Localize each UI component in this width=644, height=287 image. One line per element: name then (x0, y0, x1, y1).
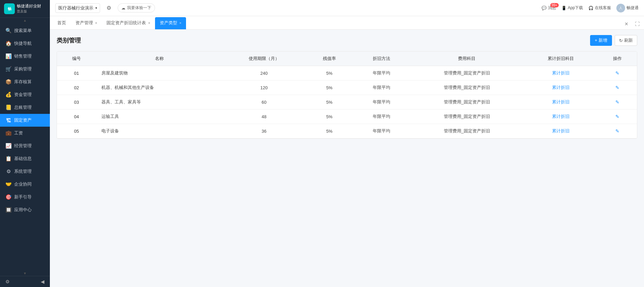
download-icon: 📱 (561, 6, 566, 10)
cell-action: ✎ (598, 81, 637, 95)
sidebar-item-search[interactable]: 🔍 搜索菜单 (0, 24, 50, 37)
tab-depreciation-table[interactable]: 固定资产折旧统计表 × (102, 17, 155, 29)
online-service-item[interactable]: 🎧 在线客服 (588, 5, 611, 11)
edit-icon[interactable]: ✎ (615, 85, 619, 90)
tab-expand-icon[interactable]: ⛶ (633, 20, 641, 28)
payroll-icon: 💼 (5, 130, 11, 136)
business-icon: 📈 (5, 143, 11, 149)
sidebar-item-inventory[interactable]: 📦 库存核算 (0, 75, 50, 88)
footer-collapse-icon[interactable]: ◀ (41, 279, 44, 284)
sidebar-item-label: 销售管理 (14, 53, 32, 59)
sidebar: 畅 畅捷通好业财 普及版 ▲ 🔍 搜索菜单 🏠 快捷导航 📊 销售管理 🛒 采购… (0, 0, 50, 287)
tab-close-all-icon[interactable]: ✕ (622, 20, 631, 28)
tab-asset-type[interactable]: 资产类型 × (155, 17, 186, 29)
service-icon: 🎧 (588, 6, 593, 10)
search-icon: 🔍 (5, 28, 11, 34)
sidebar-item-label: 采购管理 (14, 66, 32, 72)
edit-icon[interactable]: ✎ (615, 128, 619, 134)
topbar-settings-icon[interactable]: ⚙ (104, 3, 114, 13)
refresh-button[interactable]: ↻ 刷新 (615, 35, 637, 46)
cell-depreciation-method: 年限平均 (353, 95, 410, 109)
cell-depreciation-method: 年限平均 (353, 66, 410, 81)
sidebar-item-label: 搜索菜单 (14, 28, 32, 34)
experience-button[interactable]: ☁ 我要体验一下 (118, 3, 155, 12)
collab-icon: 🤝 (5, 181, 11, 187)
footer-settings-icon[interactable]: ⚙ (5, 279, 10, 284)
cell-depreciation-method: 年限平均 (353, 124, 410, 138)
sidebar-item-corp-collab[interactable]: 🤝 企业协同 (0, 178, 50, 191)
sidebar-scroll-down[interactable]: ▼ (0, 271, 50, 276)
messages-icon: 💬 (542, 6, 547, 10)
cell-name: 房屋及建筑物 (96, 66, 223, 81)
table-row: 03 器具、工具、家具等 60 5% 年限平均 管理费用_固定资产折旧 累计折旧… (57, 95, 637, 109)
cell-accumulated-subject[interactable]: 累计折旧 (524, 66, 598, 81)
tab-asset-type-close[interactable]: × (179, 21, 181, 25)
sidebar-item-base-info[interactable]: 📋 基础信息 (0, 152, 50, 165)
tab-depreciation-close[interactable]: × (148, 21, 150, 25)
col-accumulated-subject: 累计折旧科目 (524, 52, 598, 66)
app-logo-icon: 畅 (4, 3, 15, 14)
cell-name: 机器、机械和其他生产设备 (96, 81, 223, 95)
page-header: 类别管理 + 新增 ↻ 刷新 (57, 35, 637, 46)
sidebar-item-payroll[interactable]: 💼 工资 (0, 127, 50, 139)
cell-period: 60 (223, 95, 306, 109)
sidebar-item-label: 经营管理 (14, 143, 32, 149)
app-download-label: App下载 (568, 5, 583, 11)
refresh-label: 刷新 (624, 37, 633, 43)
cell-action: ✎ (598, 95, 637, 109)
cell-code: 02 (57, 81, 96, 95)
sidebar-item-business-mgmt[interactable]: 📈 经营管理 (0, 139, 50, 152)
cell-residual-rate: 5% (305, 109, 353, 124)
sidebar-item-label: 资金管理 (14, 92, 32, 98)
cell-code: 05 (57, 124, 96, 138)
tab-home[interactable]: 首页 (53, 17, 71, 29)
topbar: 医疗器械行业演示 ▾ ⚙ ☁ 我要体验一下 💬 消息 99+ 📱 App下载 🎧… (50, 0, 644, 16)
tab-asset-mgmt[interactable]: 资产管理 × (71, 17, 102, 29)
sidebar-item-label: 工资 (14, 130, 23, 136)
table-row: 01 房屋及建筑物 240 5% 年限平均 管理费用_固定资产折旧 累计折旧 ✎ (57, 66, 637, 81)
cell-period: 240 (223, 66, 306, 81)
refresh-icon: ↻ (619, 38, 623, 43)
sidebar-nav: 🔍 搜索菜单 🏠 快捷导航 📊 销售管理 🛒 采购管理 📦 库存核算 💰 资金管… (0, 23, 50, 271)
cell-residual-rate: 5% (305, 66, 353, 81)
sidebar-item-fixed-assets[interactable]: 🏗 固定资产 (0, 114, 50, 127)
user-item[interactable]: 人 畅捷通 (616, 4, 639, 12)
cell-accumulated-subject[interactable]: 累计折旧 (524, 81, 598, 95)
sidebar-item-label: 快捷导航 (14, 40, 32, 46)
sidebar-item-sales[interactable]: 📊 销售管理 (0, 50, 50, 63)
cell-accumulated-subject[interactable]: 累计折旧 (524, 124, 598, 138)
sidebar-item-label: 应用中心 (14, 207, 32, 213)
tab-home-label: 首页 (57, 20, 66, 26)
cell-expense-subject: 管理费用_固定资产折旧 (410, 124, 524, 138)
sidebar-item-purchase[interactable]: 🛒 采购管理 (0, 63, 50, 75)
edit-icon[interactable]: ✎ (615, 70, 619, 76)
messages-item[interactable]: 💬 消息 99+ (542, 5, 556, 11)
sales-icon: 📊 (5, 53, 11, 59)
cell-accumulated-subject[interactable]: 累计折旧 (524, 95, 598, 109)
edit-icon[interactable]: ✎ (615, 114, 619, 119)
fixed-assets-icon: 🏗 (5, 118, 11, 123)
app-download-item[interactable]: 📱 App下载 (561, 5, 583, 11)
cell-accumulated-subject[interactable]: 累计折旧 (524, 109, 598, 124)
sidebar-item-label: 基础信息 (14, 156, 32, 162)
sidebar-item-sys-mgmt[interactable]: ⚙ 系统管理 (0, 165, 50, 178)
cell-name: 运输工具 (96, 109, 223, 124)
sidebar-scroll-up[interactable]: ▲ (0, 18, 50, 23)
edit-icon[interactable]: ✎ (615, 99, 619, 105)
sidebar-item-quick-nav[interactable]: 🏠 快捷导航 (0, 37, 50, 50)
dropdown-icon: ▾ (95, 6, 97, 10)
sidebar-item-new-guide[interactable]: 🎯 新手引导 (0, 191, 50, 203)
app-selector-label: 医疗器械行业演示 (58, 5, 93, 11)
cell-expense-subject: 管理费用_固定资产折旧 (410, 81, 524, 95)
tab-asset-mgmt-close[interactable]: × (95, 21, 97, 25)
cell-residual-rate: 5% (305, 81, 353, 95)
tab-asset-mgmt-label: 资产管理 (75, 20, 93, 26)
sidebar-item-funds[interactable]: 💰 资金管理 (0, 88, 50, 101)
app-selector[interactable]: 医疗器械行业演示 ▾ (55, 3, 100, 13)
table-row: 04 运输工具 48 5% 年限平均 管理费用_固定资产折旧 累计折旧 ✎ (57, 109, 637, 124)
main-content: 医疗器械行业演示 ▾ ⚙ ☁ 我要体验一下 💬 消息 99+ 📱 App下载 🎧… (50, 0, 644, 287)
col-action: 操作 (598, 52, 637, 66)
new-button[interactable]: + 新增 (590, 35, 612, 46)
sidebar-item-app-center[interactable]: 🔲 应用中心 (0, 203, 50, 216)
sidebar-item-general-ledger[interactable]: 📒 总账管理 (0, 101, 50, 114)
